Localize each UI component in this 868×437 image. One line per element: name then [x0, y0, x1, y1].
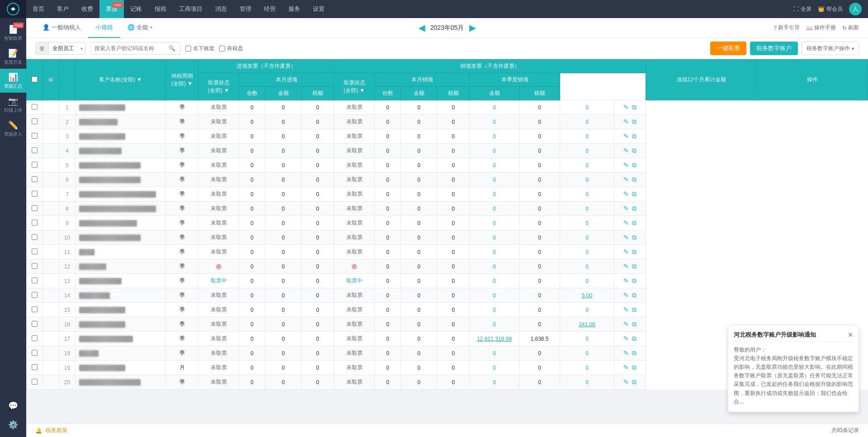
row-checkbox[interactable] — [32, 335, 38, 341]
refresh-btn[interactable]: ↻ 刷新 — [842, 24, 859, 32]
sidebar-item-smart-ticket[interactable]: 📄 智能取票 new — [0, 21, 26, 45]
cell-checkbox[interactable] — [27, 144, 43, 158]
cell-out-status[interactable]: 未取票 — [334, 303, 375, 317]
cell-in-status[interactable]: 取票中 — [198, 274, 239, 288]
copy-icon[interactable]: ⧉ — [632, 320, 637, 328]
manual-btn[interactable]: 📖 操作手册 — [806, 24, 836, 32]
vip-btn[interactable]: 👑 帮会员 — [818, 5, 843, 13]
th-name[interactable]: 客户名称(全部) ▼ — [75, 60, 166, 100]
cell-out-status[interactable]: 未取票 — [334, 187, 375, 202]
search-icon[interactable]: 🔍 — [169, 45, 175, 52]
cell-in-status[interactable]: 未取票 — [198, 100, 239, 115]
cell-checkbox[interactable] — [27, 288, 43, 303]
digital-account-btn[interactable]: 税务数字账户 — [750, 42, 798, 55]
cell-checkbox[interactable] — [27, 230, 43, 245]
row-checkbox[interactable] — [32, 104, 38, 110]
cell-cumulative[interactable]: 0 — [560, 274, 614, 288]
cell-cumulative[interactable]: 0 — [560, 332, 614, 346]
sidebar-item-message[interactable]: 💬 — [0, 397, 26, 414]
row-checkbox[interactable] — [32, 176, 38, 182]
row-checkbox[interactable] — [32, 234, 38, 240]
select-all-checkbox[interactable] — [32, 76, 38, 82]
copy-icon[interactable]: ⧉ — [632, 219, 637, 226]
row-checkbox[interactable] — [32, 379, 38, 385]
edit-icon[interactable]: ✎ — [623, 263, 629, 270]
copy-icon[interactable]: ⧉ — [632, 205, 637, 212]
row-checkbox[interactable] — [32, 306, 38, 312]
nav-manage[interactable]: 管理 — [233, 0, 258, 18]
sidebar-item-entry[interactable]: ✏️ 票据录入 — [0, 117, 26, 141]
copy-icon[interactable]: ⧉ — [632, 147, 637, 154]
cell-name[interactable]: ██████████ — [75, 115, 166, 129]
employee-select[interactable]: 全 全部员工 ▾ — [35, 42, 86, 55]
edit-icon[interactable]: ✎ — [623, 248, 629, 255]
cell-name[interactable]: ████████████ — [75, 100, 166, 115]
cell-in-status[interactable]: 未取票 — [198, 346, 239, 361]
cell-name[interactable]: ████████████ — [75, 303, 166, 317]
edit-icon[interactable]: ✎ — [623, 349, 629, 357]
cell-checkbox[interactable] — [27, 216, 43, 230]
row-checkbox[interactable] — [32, 191, 38, 197]
cell-out-status[interactable]: 未取票 — [334, 216, 375, 230]
cell-in-status[interactable]: 未取票 — [198, 303, 239, 317]
cell-cumulative[interactable]: 0 — [560, 173, 614, 187]
edit-icon[interactable]: ✎ — [623, 306, 629, 313]
th-in-status[interactable]: 取票状态(全部) ▼ — [198, 73, 239, 100]
cell-name[interactable]: ████████████████ — [75, 173, 166, 187]
row-checkbox[interactable] — [32, 364, 38, 370]
cell-in-status[interactable]: 未取票 — [198, 173, 239, 187]
cell-name[interactable]: ███████████ — [75, 274, 166, 288]
cell-in-status[interactable]: 未取票 — [198, 129, 239, 144]
fullscreen-btn[interactable]: ⛶ 全屏 — [793, 5, 811, 13]
edit-icon[interactable]: ✎ — [623, 219, 629, 226]
th-settings[interactable]: ⚙ — [43, 60, 59, 100]
edit-icon[interactable]: ✎ — [623, 291, 629, 299]
cell-cumulative[interactable]: 0 — [560, 303, 614, 317]
cell-in-status[interactable]: 未取票 — [198, 332, 239, 346]
cell-name[interactable]: ████████ — [75, 288, 166, 303]
sidebar-item-summary[interactable]: 📊 票据汇总 — [0, 69, 26, 93]
copy-icon[interactable]: ⧉ — [632, 118, 637, 125]
cell-out-status[interactable]: 未取票 — [334, 375, 375, 390]
cell-checkbox[interactable] — [27, 245, 43, 259]
cell-out-status[interactable]: 未取票 — [334, 202, 375, 216]
row-checkbox[interactable] — [32, 133, 38, 139]
row-checkbox[interactable] — [32, 321, 38, 327]
edit-icon[interactable]: ✎ — [623, 234, 629, 241]
cell-checkbox[interactable] — [27, 115, 43, 129]
nav-tax[interactable]: 报税 — [148, 0, 173, 18]
copy-icon[interactable]: ⧉ — [632, 378, 637, 385]
cell-name[interactable]: ██████████████ — [75, 332, 166, 346]
checkbox-named-accounts[interactable]: 名下账套 — [185, 45, 215, 52]
cell-name[interactable]: ████ — [75, 245, 166, 259]
sidebar-item-config[interactable]: ⚙️ — [0, 416, 26, 433]
cell-out-status[interactable]: 未取票 — [334, 144, 375, 158]
cell-out-status[interactable]: ⊗ — [334, 259, 375, 274]
cell-name[interactable]: ████████████████ — [75, 158, 166, 173]
cell-cumulative[interactable]: 0 — [560, 187, 614, 202]
edit-icon[interactable]: ✎ — [623, 147, 629, 154]
cell-in-status[interactable]: 未取票 — [198, 230, 239, 245]
edit-icon[interactable]: ✎ — [623, 190, 629, 197]
cell-in-status[interactable]: 未取票 — [198, 202, 239, 216]
search-input[interactable] — [94, 45, 167, 52]
cell-in-status[interactable]: 未取票 — [198, 361, 239, 375]
cell-in-status[interactable]: 未取票 — [198, 245, 239, 259]
edit-icon[interactable]: ✎ — [623, 335, 629, 342]
cell-out-status[interactable]: 未取票 — [334, 346, 375, 361]
copy-icon[interactable]: ⧉ — [632, 103, 637, 111]
digital-account-ops-btn[interactable]: 税务数字账户操作 ▾ — [802, 42, 859, 55]
edit-icon[interactable]: ✎ — [623, 118, 629, 125]
cell-checkbox[interactable] — [27, 100, 43, 115]
named-accounts-checkbox[interactable] — [185, 46, 191, 52]
cell-out-status[interactable]: 未取票 — [334, 317, 375, 332]
cell-cumulative[interactable]: 0 — [560, 144, 614, 158]
edit-icon[interactable]: ✎ — [623, 364, 629, 371]
tax-policy-link[interactable]: 税务政策 — [46, 427, 67, 434]
cell-in-status[interactable]: 未取票 — [198, 144, 239, 158]
cell-checkbox[interactable] — [27, 346, 43, 361]
th-out-status[interactable]: 取票状态(全部) ▼ — [334, 73, 375, 100]
cell-in-status[interactable]: 未取票 — [198, 317, 239, 332]
row-checkbox[interactable] — [32, 249, 38, 254]
cell-cumulative[interactable]: 0 — [560, 202, 614, 216]
